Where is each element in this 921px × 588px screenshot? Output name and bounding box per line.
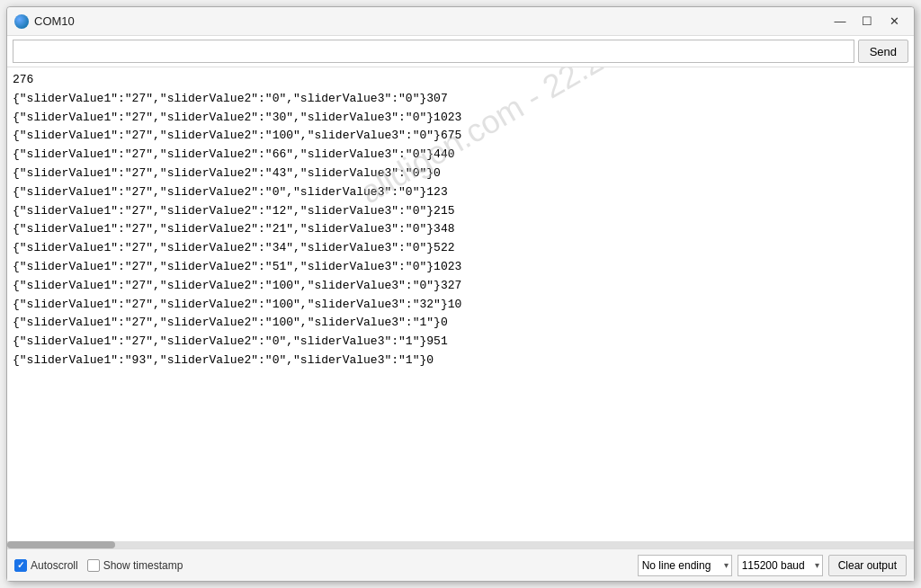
status-bar: Autoscroll Show timestamp No line ending… [7,548,914,581]
output-line: {"sliderValue1":"27","sliderValue2":"0",… [13,183,908,202]
line-ending-select[interactable]: No line ending Newline Carriage return B… [638,555,732,576]
show-timestamp-wrap[interactable]: Show timestamp [87,559,183,572]
status-right: No line ending Newline Carriage return B… [638,555,907,576]
minimize-button[interactable]: — [827,11,853,32]
output-line: {"sliderValue1":"27","sliderValue2":"51"… [13,258,908,277]
arduino-icon [14,14,29,29]
window-controls: — ☐ ✕ [827,11,907,32]
autoscroll-label: Autoscroll [31,559,78,572]
message-input[interactable] [13,40,854,63]
output-line: {"sliderValue1":"27","sliderValue2":"43"… [13,165,908,183]
baud-rate-select[interactable]: 300 baud 1200 baud 2400 baud 4800 baud 9… [738,555,823,576]
line-ending-select-wrap[interactable]: No line ending Newline Carriage return B… [638,555,732,576]
output-line: {"sliderValue1":"27","sliderValue2":"0",… [13,90,908,109]
horizontal-scrollbar-thumb[interactable] [7,541,115,548]
title-bar: COM10 — ☐ ✕ [7,7,914,36]
horizontal-scrollbar-track[interactable] [7,541,914,548]
title-bar-left: COM10 [14,14,75,29]
output-line: 276 [13,71,908,90]
clear-output-button[interactable]: Clear output [828,555,907,576]
close-button[interactable]: ✕ [881,11,907,32]
output-line: {"sliderValue1":"27","sliderValue2":"12"… [13,202,908,221]
output-line: {"sliderValue1":"27","sliderValue2":"100… [13,277,908,296]
output-line: {"sliderValue1":"27","sliderValue2":"0",… [13,333,908,352]
send-button[interactable]: Send [858,40,908,63]
show-timestamp-checkbox[interactable] [87,559,100,572]
output-line: {"sliderValue1":"27","sliderValue2":"30"… [13,109,908,128]
output-line: {"sliderValue1":"27","sliderValue2":"21"… [13,220,908,239]
show-timestamp-label: Show timestamp [103,559,183,572]
serial-monitor-window: COM10 — ☐ ✕ Send alldigon.com - 22:25 27… [6,6,915,582]
autoscroll-wrap[interactable]: Autoscroll [14,559,78,572]
status-left: Autoscroll Show timestamp [14,559,627,572]
input-bar: Send [7,36,914,67]
output-lines: 276{"sliderValue1":"27","sliderValue2":"… [13,71,908,370]
output-line: {"sliderValue1":"93","sliderValue2":"0",… [13,352,908,370]
output-line: {"sliderValue1":"27","sliderValue2":"66"… [13,146,908,165]
serial-output[interactable]: alldigon.com - 22:25 276{"sliderValue1":… [7,67,914,541]
output-line: {"sliderValue1":"27","sliderValue2":"100… [13,296,908,315]
autoscroll-checkbox[interactable] [14,559,27,572]
output-line: {"sliderValue1":"27","sliderValue2":"100… [13,314,908,333]
output-line: {"sliderValue1":"27","sliderValue2":"34"… [13,239,908,258]
baud-rate-select-wrap[interactable]: 300 baud 1200 baud 2400 baud 4800 baud 9… [738,555,823,576]
window-title: COM10 [34,14,75,28]
maximize-button[interactable]: ☐ [854,11,880,32]
output-line: {"sliderValue1":"27","sliderValue2":"100… [13,127,908,146]
